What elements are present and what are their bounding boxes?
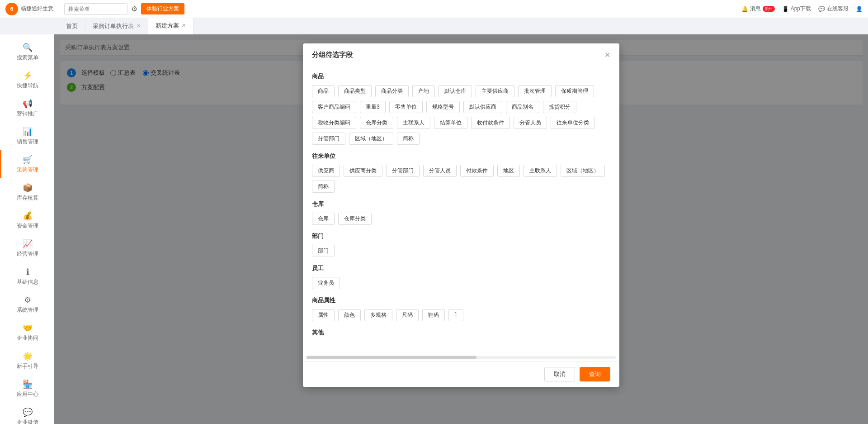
system-icon: ⚙ xyxy=(24,295,31,305)
tag-warehouse-cat[interactable]: 仓库分类 xyxy=(338,213,372,225)
sidebar-item-quicknav[interactable]: ⚡ 快捷导航 xyxy=(0,66,54,94)
sidebar-item-operation[interactable]: 📈 经营管理 xyxy=(0,234,54,262)
tag-multi-spec[interactable]: 多规格 xyxy=(364,309,392,321)
tab-home[interactable]: 首页 xyxy=(59,18,85,34)
sidebar-label-operation: 经营管理 xyxy=(17,250,38,258)
settings-icon-button[interactable]: ⚙ xyxy=(131,5,137,13)
tag-payment-terms[interactable]: 收付款条件 xyxy=(471,117,510,129)
tag-attr-1[interactable]: 1 xyxy=(448,309,463,321)
sidebar-label-search: 搜索菜单 xyxy=(17,54,38,62)
tag-dept-mgmt[interactable]: 分管部门 xyxy=(312,133,345,145)
sidebar-item-inventory[interactable]: 📦 库存核算 xyxy=(0,178,54,206)
newbie-icon: 🌟 xyxy=(23,351,33,361)
tag-abbr-goods[interactable]: 简称 xyxy=(397,133,420,145)
tag-default-supplier[interactable]: 默认供应商 xyxy=(463,101,502,113)
tab-purchase-close[interactable]: ✕ xyxy=(137,23,141,29)
tag-supervisor[interactable]: 分管人员 xyxy=(514,117,547,129)
tag-color[interactable]: 颜色 xyxy=(338,309,361,321)
sidebar-item-newbie[interactable]: 🌟 新手引导 xyxy=(0,347,54,375)
tag-shoe-size[interactable]: 鞋码 xyxy=(422,309,445,321)
app-download-item[interactable]: 📱 App下载 xyxy=(782,5,811,13)
sidebar-item-collab[interactable]: 🤝 企业协同 xyxy=(0,319,54,347)
tag-supplier-category[interactable]: 供应商分类 xyxy=(344,165,382,177)
tag-warehouse-category[interactable]: 仓库分类 xyxy=(360,117,393,129)
field-select-modal: 分组待选字段 ✕ 商品 商品 商品类型 商品分类 产地 默认仓库 主要供应商 批… xyxy=(303,43,619,387)
tag-retail-unit[interactable]: 零售单位 xyxy=(389,101,423,113)
tag-attr[interactable]: 属性 xyxy=(312,309,335,321)
sales-icon: 📊 xyxy=(23,127,33,137)
tag-batch-mgmt[interactable]: 批次管理 xyxy=(518,85,552,97)
sidebar-label-finance: 资金管理 xyxy=(17,222,38,230)
confirm-button[interactable]: 查询 xyxy=(580,367,610,381)
tag-region-goods[interactable]: 区域（地区） xyxy=(349,133,393,145)
goods-attr-tags: 属性 颜色 多规格 尺码 鞋码 1 xyxy=(312,309,610,321)
sidebar-label-system: 系统管理 xyxy=(17,306,38,314)
tab-purchase-list[interactable]: 采购订单执行表 ✕ xyxy=(85,18,148,34)
modal-title: 分组待选字段 xyxy=(312,51,353,59)
tag-pick-points[interactable]: 拣货积分 xyxy=(543,101,576,113)
trial-button[interactable]: 体验行业方案 xyxy=(141,3,184,14)
notification-label: 消息 xyxy=(750,5,761,13)
tag-goods-alias[interactable]: 商品别名 xyxy=(506,101,539,113)
tab-new-plan[interactable]: 新建方案 ✕ xyxy=(148,18,193,34)
tag-payment-cond[interactable]: 付款条件 xyxy=(460,165,494,177)
tab-new-plan-label: 新建方案 xyxy=(156,22,179,30)
tag-goods-type[interactable]: 商品类型 xyxy=(338,85,372,97)
basic-icon: ℹ xyxy=(26,267,29,277)
tag-tax-code[interactable]: 税收分类编码 xyxy=(312,117,356,129)
tag-district[interactable]: 地区 xyxy=(497,165,520,177)
tab-new-plan-close[interactable]: ✕ xyxy=(182,23,186,29)
section-goods-attr-title: 商品属性 xyxy=(312,296,610,305)
sidebar-item-purchase[interactable]: 🛒 采购管理 xyxy=(0,150,54,178)
sidebar-label-collab: 企业协同 xyxy=(17,334,38,342)
top-header: 6 畅捷通好生意 ⚙ 体验行业方案 🔔 消息 99+ 📱 App下载 💬 在线客… xyxy=(0,0,868,18)
sidebar-item-sales[interactable]: 📊 销售管理 xyxy=(0,122,54,150)
tag-main-supplier[interactable]: 主要供应商 xyxy=(476,85,514,97)
sidebar-item-appcenter[interactable]: 🏪 应用中心 xyxy=(0,375,54,403)
tag-shelf-life[interactable]: 保质期管理 xyxy=(555,85,594,97)
tag-supervisor-partner[interactable]: 分管人员 xyxy=(423,165,457,177)
tag-main-contact[interactable]: 主联系人 xyxy=(397,117,430,129)
modal-close-button[interactable]: ✕ xyxy=(604,51,610,59)
cancel-button[interactable]: 取消 xyxy=(544,367,575,381)
sidebar-item-system[interactable]: ⚙ 系统管理 xyxy=(0,291,54,319)
tag-supplier[interactable]: 供应商 xyxy=(312,165,340,177)
main-layout: 🔍 搜索菜单 ⚡ 快捷导航 📢 营销推广 📊 销售管理 🛒 采购管理 📦 库存核… xyxy=(0,34,868,424)
avatar-item[interactable]: 👤 xyxy=(856,6,863,12)
purchase-icon: 🛒 xyxy=(23,155,33,165)
collab-icon: 🤝 xyxy=(23,323,33,333)
tag-dept[interactable]: 部门 xyxy=(312,245,335,257)
tag-salesperson[interactable]: 业务员 xyxy=(312,277,340,289)
tag-abbr-partner[interactable]: 简称 xyxy=(312,181,335,193)
section-other-title: 其他 xyxy=(312,329,610,337)
partner-tags: 供应商 供应商分类 分管部门 分管人员 付款条件 地区 主联系人 区域（地区） … xyxy=(312,165,610,193)
tag-region-partner[interactable]: 区域（地区） xyxy=(561,165,605,177)
sidebar-item-search[interactable]: 🔍 搜索菜单 xyxy=(0,38,54,66)
modal-overlay: 分组待选字段 ✕ 商品 商品 商品类型 商品分类 产地 默认仓库 主要供应商 批… xyxy=(54,34,868,424)
sidebar-item-wechat[interactable]: 💬 企业微信 xyxy=(0,403,54,424)
tag-dept-partner[interactable]: 分管部门 xyxy=(386,165,420,177)
sidebar-item-marketing[interactable]: 📢 营销推广 xyxy=(0,94,54,122)
tag-goods-category[interactable]: 商品分类 xyxy=(375,85,409,97)
tag-weight[interactable]: 重量3 xyxy=(360,101,386,113)
tag-settlement-unit[interactable]: 结算单位 xyxy=(434,117,467,129)
sidebar-item-basic[interactable]: ℹ 基础信息 xyxy=(0,262,54,291)
sidebar-item-finance[interactable]: 💰 资金管理 xyxy=(0,206,54,234)
tag-size[interactable]: 尺码 xyxy=(396,309,419,321)
online-service-item[interactable]: 💬 在线客服 xyxy=(818,5,849,13)
tag-origin[interactable]: 产地 xyxy=(412,85,435,97)
search-input[interactable] xyxy=(64,3,127,15)
horizontal-scrollbar-thumb[interactable] xyxy=(307,356,476,359)
service-icon: 💬 xyxy=(818,6,825,12)
section-warehouse-title: 仓库 xyxy=(312,200,610,208)
tag-customer-code[interactable]: 客户商品编码 xyxy=(312,101,356,113)
notification-badge: 99+ xyxy=(763,6,775,12)
tag-warehouse[interactable]: 仓库 xyxy=(312,213,335,225)
notification-item[interactable]: 🔔 消息 99+ xyxy=(741,5,775,13)
tag-goods[interactable]: 商品 xyxy=(312,85,335,97)
tag-main-contact-partner[interactable]: 主联系人 xyxy=(524,165,557,177)
tag-spec-model[interactable]: 规格型号 xyxy=(426,101,460,113)
tag-default-warehouse[interactable]: 默认仓库 xyxy=(439,85,472,97)
tag-partner-category[interactable]: 往来单位分类 xyxy=(551,117,595,129)
tab-home-label: 首页 xyxy=(66,22,78,30)
